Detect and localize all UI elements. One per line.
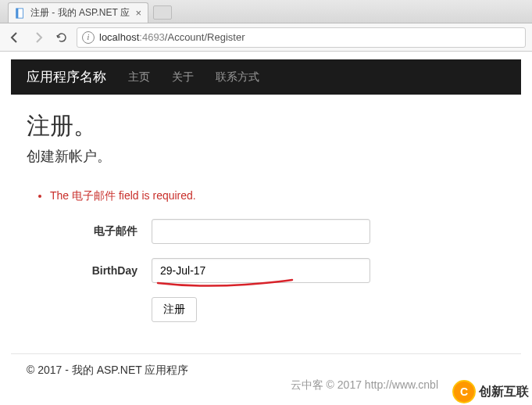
- site-navbar: 应用程序名称 主页 关于 联系方式: [11, 59, 521, 95]
- validation-summary: The 电子邮件 field is required.: [50, 189, 505, 203]
- watermark-logo: C 创新互联: [452, 380, 529, 403]
- browser-tab[interactable]: 注册 - 我的 ASP.NET 应 ×: [8, 2, 148, 23]
- form-row-email: 电子邮件: [27, 219, 505, 244]
- reload-icon: [55, 31, 68, 44]
- validation-message: The 电子邮件 field is required.: [50, 189, 505, 203]
- page-title: 注册。: [27, 110, 505, 142]
- form-actions: 注册: [152, 297, 505, 322]
- footer-divider: [11, 353, 521, 354]
- url-path: /Account/Register: [165, 31, 245, 43]
- tab-title: 注册 - 我的 ASP.NET 应: [30, 6, 130, 20]
- back-button[interactable]: [6, 29, 23, 46]
- url-host: localhost: [99, 31, 139, 43]
- email-field[interactable]: [152, 219, 370, 244]
- page-icon: [15, 8, 26, 19]
- watermark-text: 云中客 © 2017 http://www.cnbl: [291, 378, 438, 392]
- browser-tab-strip: 注册 - 我的 ASP.NET 应 ×: [0, 0, 532, 23]
- page-subtitle: 创建新帐户。: [27, 147, 505, 166]
- reload-button[interactable]: [53, 29, 70, 46]
- watermark-logo-text: 创新互联: [479, 384, 529, 400]
- footer-text: © 2017 - 我的 ASP.NET 应用程序: [27, 364, 532, 378]
- arrow-left-icon: [9, 31, 21, 44]
- arrow-right-icon: [32, 31, 45, 44]
- page-content: 应用程序名称 主页 关于 联系方式 注册。 创建新帐户。 The 电子邮件 fi…: [0, 59, 532, 378]
- navbar-brand[interactable]: 应用程序名称: [27, 68, 106, 86]
- new-tab-button[interactable]: [153, 5, 172, 20]
- nav-link-contact[interactable]: 联系方式: [216, 70, 259, 84]
- browser-toolbar: i localhost:4693/Account/Register: [0, 23, 532, 52]
- url-port: :4693: [139, 31, 165, 43]
- svg-rect-1: [16, 8, 19, 17]
- logo-icon: C: [452, 380, 476, 403]
- nav-link-home[interactable]: 主页: [128, 70, 150, 84]
- page-body: 注册。 创建新帐户。 The 电子邮件 field is required. 电…: [0, 95, 532, 338]
- submit-button[interactable]: 注册: [152, 297, 197, 322]
- close-icon[interactable]: ×: [135, 7, 141, 19]
- form-row-birthday: BirthDay: [27, 258, 505, 283]
- nav-link-about[interactable]: 关于: [172, 70, 194, 84]
- birthday-field[interactable]: [152, 258, 370, 283]
- address-bar[interactable]: i localhost:4693/Account/Register: [77, 27, 526, 48]
- birthday-label: BirthDay: [27, 264, 152, 277]
- email-label: 电子邮件: [27, 224, 152, 238]
- info-icon[interactable]: i: [82, 31, 95, 44]
- forward-button[interactable]: [30, 29, 47, 46]
